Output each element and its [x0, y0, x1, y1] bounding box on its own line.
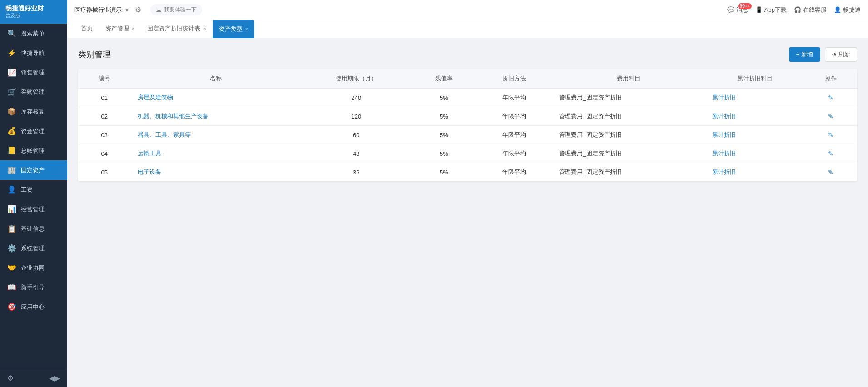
app-download-label: App下载 — [764, 6, 787, 14]
settings-icon[interactable]: ⚙ — [7, 374, 14, 382]
tab-label-3: 资产类型 — [219, 25, 243, 33]
table-row: 01 房屋及建筑物 240 5% 年限平均 管理费用_固定资产折旧 累计折旧 ✎ — [78, 89, 857, 107]
sidebar-item-12[interactable]: 🤝企业协同 — [0, 258, 67, 278]
sidebar-item-13[interactable]: 📖新手引导 — [0, 278, 67, 297]
sidebar-icon-2: 📈 — [7, 68, 16, 77]
sidebar-icon-14: 🎯 — [7, 303, 16, 311]
sidebar-item-8[interactable]: 👤工资 — [0, 180, 67, 199]
tab-label-2: 固定资产折旧统计表 — [147, 25, 200, 33]
experience-button[interactable]: ☁ 我要体验一下 — [150, 4, 202, 15]
cell-acc-3: 累计折旧 — [705, 144, 804, 163]
topbar-left: 医疗器械行业演示 ▼ ⚙ ☁ 我要体验一下 — [74, 4, 722, 15]
user-icon: 👤 — [834, 6, 841, 13]
cell-acc-0: 累计折旧 — [705, 89, 804, 107]
notification-icon: 💬 — [727, 6, 734, 13]
edit-icon-0[interactable]: ✎ — [828, 94, 833, 101]
sidebar-nav: 🔍搜索菜单⚡快捷导航📈销售管理🛒采购管理📦库存核算💰资金管理📒总账管理🏢固定资产… — [0, 24, 67, 369]
tab-0[interactable]: 首页 — [74, 20, 99, 38]
tab-close-1[interactable]: × — [132, 26, 134, 31]
chevron-down-icon: ▼ — [124, 7, 129, 13]
app-download-btn[interactable]: 📱 App下载 — [755, 6, 787, 14]
sidebar-icon-9: 📊 — [7, 205, 16, 213]
edit-icon-2[interactable]: ✎ — [828, 131, 833, 139]
refresh-button[interactable]: ↺ 刷新 — [825, 47, 857, 62]
col-header-6: 累计折旧科目 — [705, 69, 804, 89]
edit-icon-3[interactable]: ✎ — [828, 150, 833, 157]
sidebar-icon-1: ⚡ — [7, 49, 16, 57]
sidebar: 畅捷通好业财 普及版 🔍搜索菜单⚡快捷导航📈销售管理🛒采购管理📦库存核算💰资金管… — [0, 0, 67, 387]
tab-close-2[interactable]: × — [203, 26, 206, 31]
sidebar-icon-10: 📋 — [7, 224, 16, 233]
cell-method-1: 年限平均 — [476, 107, 552, 126]
sidebar-label-14: 应用中心 — [21, 303, 45, 311]
sidebar-item-7[interactable]: 🏢固定资产 — [0, 160, 67, 180]
sidebar-item-3[interactable]: 🛒采购管理 — [0, 82, 67, 102]
sidebar-item-5[interactable]: 💰资金管理 — [0, 121, 67, 141]
sidebar-item-10[interactable]: 📋基础信息 — [0, 219, 67, 238]
tab-1[interactable]: 资产管理× — [99, 20, 141, 38]
cell-name-2: 器具、工具、家具等 — [130, 126, 300, 144]
sidebar-icon-6: 📒 — [7, 146, 16, 155]
col-header-1: 名称 — [130, 69, 300, 89]
topbar: 医疗器械行业演示 ▼ ⚙ ☁ 我要体验一下 💬 消息 99++ 📱 App下载 … — [67, 0, 868, 20]
tab-2[interactable]: 固定资产折旧统计表× — [141, 20, 212, 38]
cell-method-3: 年限平均 — [476, 144, 552, 163]
sidebar-item-0[interactable]: 🔍搜索菜单 — [0, 24, 67, 43]
sidebar-item-2[interactable]: 📈销售管理 — [0, 63, 67, 82]
col-header-7: 操作 — [804, 69, 857, 89]
edit-icon-4[interactable]: ✎ — [828, 169, 833, 176]
cell-months-0: 240 — [301, 89, 412, 107]
sidebar-icon-8: 👤 — [7, 185, 16, 194]
sidebar-item-11[interactable]: ⚙️系统管理 — [0, 238, 67, 258]
new-button[interactable]: + 新增 — [789, 47, 820, 62]
cell-id-4: 05 — [78, 163, 130, 182]
cell-id-0: 01 — [78, 89, 130, 107]
tab-close-3[interactable]: × — [245, 26, 248, 32]
sidebar-label-12: 企业协同 — [21, 264, 45, 272]
user-menu-btn[interactable]: 👤 畅捷通 — [834, 6, 861, 14]
main-area: 医疗器械行业演示 ▼ ⚙ ☁ 我要体验一下 💬 消息 99++ 📱 App下载 … — [67, 0, 868, 387]
sidebar-icon-0: 🔍 — [7, 29, 16, 38]
notifications-badge: 99++ — [738, 3, 752, 9]
col-header-3: 残值率 — [412, 69, 476, 89]
tab-label-1: 资产管理 — [105, 25, 129, 33]
cell-name-1: 机器、机械和其他生产设备 — [130, 107, 300, 126]
cell-action-3: ✎ — [804, 144, 857, 163]
cell-acc-2: 累计折旧 — [705, 126, 804, 144]
col-header-5: 费用科目 — [552, 69, 705, 89]
cell-residual-3: 5% — [412, 144, 476, 163]
edit-icon-1[interactable]: ✎ — [828, 113, 833, 120]
online-support-btn[interactable]: 🎧 在线客服 — [794, 6, 827, 14]
app-edition: 普及版 — [5, 12, 44, 19]
cell-action-4: ✎ — [804, 163, 857, 182]
col-header-0: 编号 — [78, 69, 130, 89]
page-title: 类别管理 — [78, 49, 111, 60]
cell-months-3: 48 — [301, 144, 412, 163]
cell-months-2: 60 — [301, 126, 412, 144]
table-row: 03 器具、工具、家具等 60 5% 年限平均 管理费用_固定资产折旧 累计折旧… — [78, 126, 857, 144]
sidebar-item-1[interactable]: ⚡快捷导航 — [0, 43, 67, 63]
cell-method-4: 年限平均 — [476, 163, 552, 182]
sidebar-label-7: 固定资产 — [21, 166, 45, 174]
sidebar-icon-11: ⚙️ — [7, 244, 16, 253]
topbar-right: 💬 消息 99++ 📱 App下载 🎧 在线客服 👤 畅捷通 — [727, 6, 861, 14]
sidebar-item-14[interactable]: 🎯应用中心 — [0, 297, 67, 317]
table-row: 02 机器、机械和其他生产设备 120 5% 年限平均 管理费用_固定资产折旧 … — [78, 107, 857, 126]
notifications-btn[interactable]: 💬 消息 99++ — [727, 6, 748, 14]
cell-action-0: ✎ — [804, 89, 857, 107]
sidebar-item-6[interactable]: 📒总账管理 — [0, 141, 67, 160]
company-selector[interactable]: 医疗器械行业演示 ▼ — [74, 6, 129, 14]
topbar-settings-icon[interactable]: ⚙ — [135, 5, 141, 14]
sidebar-item-9[interactable]: 📊经营管理 — [0, 199, 67, 219]
tabbar: 首页资产管理×固定资产折旧统计表×资产类型× — [67, 20, 868, 38]
tab-3[interactable]: 资产类型× — [213, 20, 254, 38]
experience-icon: ☁ — [156, 7, 161, 13]
page-header: 类别管理 + 新增 ↺ 刷新 — [78, 47, 857, 62]
sidebar-item-4[interactable]: 📦库存核算 — [0, 102, 67, 121]
content-area: 类别管理 + 新增 ↺ 刷新 编号名称使用期限（月）残值率折旧方法费用科目累计折… — [67, 38, 868, 387]
collapse-icon[interactable]: ◀▶ — [49, 374, 60, 382]
user-label: 畅捷通 — [843, 6, 861, 14]
cell-residual-1: 5% — [412, 107, 476, 126]
sidebar-icon-7: 🏢 — [7, 166, 16, 174]
cell-months-1: 120 — [301, 107, 412, 126]
